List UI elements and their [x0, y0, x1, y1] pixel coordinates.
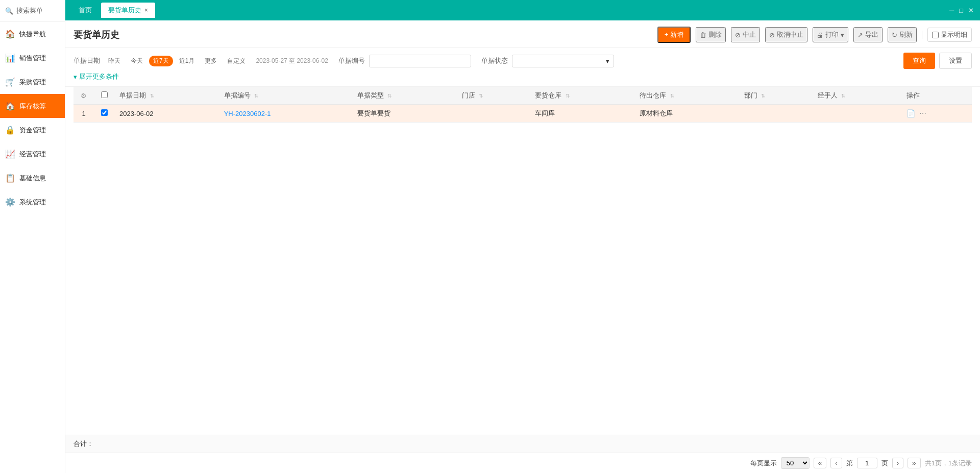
- shortcut-today[interactable]: 今天: [127, 56, 147, 66]
- row-checkbox-cell: [94, 105, 114, 123]
- settings-button[interactable]: 设置: [939, 53, 972, 69]
- sidebar-search-label: 搜索菜单: [16, 6, 43, 15]
- sidebar-item-label: 销售管理: [19, 54, 46, 63]
- sidebar-item-purchase[interactable]: 🛒 采购管理: [0, 70, 65, 94]
- sort-doc-type-icon[interactable]: ⇅: [387, 93, 391, 99]
- th-date: 单据日期 ⇅: [114, 87, 219, 105]
- th-pending-warehouse: 待出仓库 ⇅: [634, 87, 739, 105]
- sidebar-item-system[interactable]: ⚙️ 系统管理: [0, 190, 65, 214]
- close-button[interactable]: ✕: [968, 7, 974, 14]
- page-title: 要货单历史: [74, 29, 119, 41]
- tab-yaohuodan[interactable]: 要货单历史 ×: [101, 3, 155, 18]
- cancel-suspend-icon: ⊘: [769, 31, 775, 39]
- refresh-icon: ↻: [892, 31, 897, 39]
- query-button[interactable]: 查询: [903, 53, 935, 69]
- select-all-checkbox[interactable]: [101, 91, 108, 98]
- tab-home[interactable]: 首页: [71, 3, 99, 18]
- status-label: 单据状态: [481, 56, 508, 65]
- col-checkbox: [94, 87, 114, 105]
- sort-store-icon[interactable]: ⇅: [479, 93, 483, 99]
- date-shortcuts: 昨天 今天 近7天 近1月 更多 自定义: [104, 56, 250, 66]
- cancel-suspend-button[interactable]: ⊘ 取消中止: [765, 27, 807, 42]
- sidebar-item-operation[interactable]: 📈 经营管理: [0, 142, 65, 166]
- system-icon: ⚙️: [5, 197, 15, 207]
- th-doc-type: 单据类型 ⇅: [352, 87, 457, 105]
- new-button[interactable]: + 新增: [657, 27, 691, 43]
- export-button[interactable]: ↗ 导出: [853, 27, 883, 42]
- total-info: 共1页，1条记录: [925, 459, 972, 468]
- sidebar-item-label: 快捷导航: [19, 30, 46, 39]
- page-area: 要货单历史 + 新增 🗑 删除 ⊘ 中止 ⊘ 取消中止 🖨 打印: [65, 20, 980, 473]
- display-detail-button[interactable]: 显示明细: [927, 28, 972, 42]
- display-detail-checkbox[interactable]: [932, 32, 939, 38]
- maximize-button[interactable]: □: [959, 7, 963, 14]
- sort-pending-warehouse-icon[interactable]: ⇅: [670, 93, 674, 99]
- cart-icon: 🛒: [5, 77, 15, 87]
- more-icon[interactable]: ⋯: [919, 109, 926, 117]
- toolbar: + 新增 🗑 删除 ⊘ 中止 ⊘ 取消中止 🖨 打印 ▾: [657, 27, 972, 43]
- sidebar-item-label: 基础信息: [19, 174, 46, 183]
- page-label: 第: [846, 459, 853, 468]
- lock-icon: 🔒: [5, 125, 15, 135]
- main-area: 首页 要货单历史 × ─ □ ✕ 要货单历史 + 新增 🗑 删除 ⊘ 中: [65, 0, 980, 473]
- row-pending-warehouse: 原材料仓库: [634, 105, 739, 123]
- shortcut-7days[interactable]: 近7天: [149, 56, 173, 66]
- delete-button[interactable]: 🗑 删除: [696, 27, 726, 42]
- tab-close-icon[interactable]: ×: [144, 7, 148, 14]
- main-table: ⚙ 单据日期 ⇅ 单据编号 ⇅: [74, 87, 972, 123]
- col-settings: ⚙: [74, 87, 94, 105]
- doc-no-link[interactable]: YH-20230602-1: [224, 110, 271, 117]
- shortcut-1month[interactable]: 近1月: [175, 56, 199, 66]
- sort-req-warehouse-icon[interactable]: ⇅: [566, 93, 570, 99]
- page-header: 要货单历史 + 新增 🗑 删除 ⊘ 中止 ⊘ 取消中止 🖨 打印: [65, 20, 980, 48]
- print-button[interactable]: 🖨 打印 ▾: [813, 27, 848, 42]
- doc-no-input[interactable]: [369, 55, 471, 67]
- last-page-button[interactable]: »: [908, 458, 920, 468]
- sidebar-item-inventory[interactable]: 🏠 库存核算: [0, 94, 65, 118]
- doc-no-label: 单据编号: [338, 56, 365, 65]
- sidebar-item-label: 经营管理: [19, 150, 46, 159]
- prev-page-button[interactable]: ‹: [830, 458, 842, 468]
- sidebar-item-finance[interactable]: 🔒 资金管理: [0, 118, 65, 142]
- shortcut-yesterday[interactable]: 昨天: [104, 56, 125, 66]
- row-index: 1: [74, 105, 94, 123]
- sort-date-icon[interactable]: ⇅: [150, 93, 154, 99]
- suspend-button[interactable]: ⊘ 中止: [731, 27, 760, 42]
- sort-doc-no-icon[interactable]: ⇅: [254, 93, 258, 99]
- sidebar-item-quick-nav[interactable]: 🏠 快捷导航: [0, 22, 65, 46]
- page-number-input[interactable]: [857, 458, 877, 468]
- sidebar-item-sales[interactable]: 📊 销售管理: [0, 46, 65, 70]
- sidebar-search[interactable]: 🔍 搜索菜单: [0, 0, 65, 22]
- expand-filter-button[interactable]: ▾ 展开更多条件: [74, 72, 972, 81]
- suspend-icon: ⊘: [735, 31, 741, 39]
- page-size-select[interactable]: 50 100 200: [781, 457, 810, 469]
- print-icon: 🖨: [817, 31, 823, 39]
- first-page-button[interactable]: «: [814, 458, 826, 468]
- sort-department-icon[interactable]: ⇅: [761, 93, 765, 99]
- row-store: [457, 105, 530, 123]
- row-checkbox[interactable]: [101, 109, 108, 116]
- topnav-right: ─ □ ✕: [949, 7, 974, 14]
- row-handler: [813, 105, 901, 123]
- status-select[interactable]: ▾: [512, 55, 614, 67]
- sort-handler-icon[interactable]: ⇅: [841, 93, 845, 99]
- shortcut-more[interactable]: 更多: [201, 56, 221, 66]
- filter-status: 单据状态 ▾: [481, 55, 614, 67]
- pagination: 每页显示 50 100 200 « ‹ 第 页 › » 共1页，1条记录: [65, 453, 980, 473]
- chart-icon: 📊: [5, 53, 15, 63]
- shortcut-custom[interactable]: 自定义: [223, 56, 250, 66]
- export-icon: ↗: [857, 31, 863, 39]
- view-icon[interactable]: 📄: [906, 109, 915, 117]
- table-row[interactable]: 1 2023-06-02 YH-20230602-1 要货单要货 车间库 原材料…: [74, 105, 972, 123]
- date-filter-label: 单据日期: [74, 56, 100, 65]
- print-dropdown-icon: ▾: [841, 31, 844, 39]
- th-handler: 经手人 ⇅: [813, 87, 901, 105]
- sidebar-item-label: 库存核算: [19, 102, 46, 111]
- table-area: ⚙ 单据日期 ⇅ 单据编号 ⇅: [65, 87, 980, 435]
- next-page-button[interactable]: ›: [892, 458, 903, 468]
- refresh-button[interactable]: ↻ 刷新: [888, 27, 917, 42]
- sidebar-item-basic[interactable]: 📋 基础信息: [0, 166, 65, 190]
- minimize-button[interactable]: ─: [949, 7, 954, 14]
- expand-label: 展开更多条件: [79, 72, 119, 81]
- table-settings-icon[interactable]: ⚙: [81, 92, 87, 100]
